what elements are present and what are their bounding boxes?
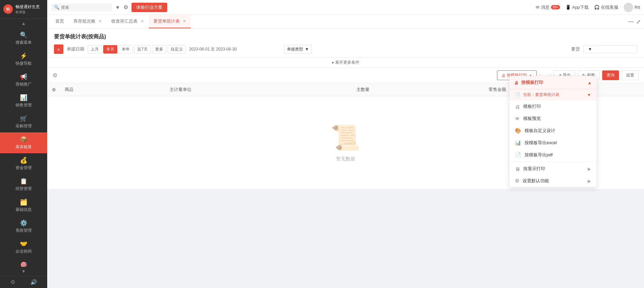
tab-minimize-btn[interactable]: — (628, 19, 634, 25)
sidebar-label-purchase: 采购管理 (16, 123, 32, 129)
sidebar-item-finance[interactable]: 💰 资金管理 (0, 153, 47, 174)
tab-inventory-batch[interactable]: 库存批次账 ✕ (69, 15, 107, 28)
goods-label: 要货 (571, 46, 580, 52)
date-prev-month-btn[interactable]: 上月 (88, 45, 102, 54)
col-unit: 主计量单位 (166, 83, 352, 96)
tab-receipt-summary-close[interactable]: ✕ (141, 19, 144, 24)
col-goods: 商品 (61, 83, 166, 96)
dropdown-item-export-pdf[interactable]: 📄 按模板导出pdf (509, 149, 596, 161)
app-name: 畅捷通好生意 (16, 4, 40, 10)
app-download-icon: 📱 (565, 5, 571, 10)
expand-label: 展开更多条件 (335, 60, 359, 65)
search-input[interactable] (61, 5, 109, 10)
sidebar-item-operation[interactable]: 📋 经营管理 (0, 174, 47, 195)
sidebar-item-guide[interactable]: 🎯 新手引导 (0, 258, 47, 267)
sidebar-item-sales[interactable]: 📊 销售管理 (0, 91, 47, 111)
sidebar-label-marketing: 营销推广 (16, 82, 32, 87)
query-btn[interactable]: 查询 (602, 70, 619, 80)
tab-inventory-batch-close[interactable]: ✕ (98, 19, 102, 24)
display-print-left: 🖥 按显示打印 (515, 166, 545, 172)
tab-order-stats-label: 要货单统计表 (153, 18, 180, 24)
export-pdf-icon: 📄 (515, 152, 521, 158)
expand-more-btn[interactable]: ▾ 展开更多条件 (332, 60, 359, 65)
col-settings-icon[interactable]: ⚙ (52, 87, 56, 92)
search-icon: 🔍 (20, 31, 27, 39)
topbar-user-avatar[interactable]: Rit (624, 3, 640, 12)
dropdown-header[interactable]: 🖨 按模板打印 ▲ (509, 76, 596, 89)
purchase-icon: 🛒 (20, 115, 27, 122)
topbar-gear-icon[interactable]: ⚙ (123, 4, 128, 10)
sidebar-item-quick-nav[interactable]: ⚡ 快捷导航 (0, 49, 47, 70)
sidebar-item-marketing[interactable]: 📢 营销推广 (0, 70, 47, 91)
message-label: 消息 (541, 4, 550, 10)
dropdown-item-template-print[interactable]: 🖨 模板打印 (509, 100, 596, 113)
app-download-label: App下载 (572, 4, 589, 10)
dropdown-collapse-icon[interactable]: ▲ (587, 80, 592, 85)
template-print-label: 模板打印 (523, 103, 541, 109)
page-header: 要货单统计表(按商品) » 单据日期 上月 本月 本年 近7天 更多 自定义 2… (47, 29, 644, 58)
current-template-label[interactable]: 📄 当前：要货单统计表 ▼ (509, 89, 596, 100)
date-year-btn[interactable]: 本年 (119, 45, 133, 54)
goods-select[interactable]: ▼ (583, 45, 637, 53)
col-quantity: 主数量 (352, 83, 485, 96)
system-icon: ⚙️ (20, 219, 27, 227)
sidebar-settings-btn[interactable]: ⚙ (10, 279, 15, 285)
sidebar-item-system[interactable]: ⚙️ 系统管理 (0, 216, 47, 237)
date-current-month-btn[interactable]: 本月 (103, 45, 117, 54)
date-7days-btn[interactable]: 近7天 (134, 45, 151, 54)
tab-inventory-batch-label: 库存批次账 (74, 18, 95, 24)
query-label: 查询 (607, 72, 615, 78)
sidebar-audio-btn[interactable]: 🔊 (30, 279, 37, 285)
sidebar-item-enterprise[interactable]: 🤝 企业协同 (0, 237, 47, 258)
headset-icon: 🎧 (594, 5, 599, 10)
dropdown-item-template-preview[interactable]: 👁 模板预览 (509, 113, 596, 125)
date-range: 2023-06-01 至 2023-06-30 (189, 46, 237, 52)
empty-illustration: 📜 (330, 123, 361, 152)
sidebar-label-operation: 经营管理 (16, 186, 32, 192)
sidebar-item-inventory[interactable]: 📦 库存核算 (0, 132, 47, 153)
tab-order-stats[interactable]: 要货单统计表 ✕ (149, 15, 191, 28)
date-label: 单据日期 (67, 46, 84, 52)
topbar: 🔍 ▼ ⚙ 体验行业方案 ✉ 消息 99+ 📱 App下载 🎧 在线客服 Rit (47, 0, 644, 15)
template-design-icon: 🎨 (515, 128, 521, 134)
date-more-btn[interactable]: 更多 (152, 45, 166, 54)
topbar-online-support[interactable]: 🎧 在线客服 (594, 4, 618, 10)
sidebar-label-finance: 资金管理 (16, 165, 32, 171)
sidebar-scroll-down[interactable]: ▼ (0, 267, 47, 276)
tab-receipt-summary[interactable]: 收发存汇总表 ✕ (107, 15, 149, 28)
main-area: 🔍 ▼ ⚙ 体验行业方案 ✉ 消息 99+ 📱 App下载 🎧 在线客服 Rit (47, 0, 644, 288)
sidebar-label-sales: 销售管理 (16, 102, 32, 108)
message-badge: 99+ (551, 5, 560, 9)
empty-text: 暂无数据 (336, 156, 355, 162)
filter-row: » 单据日期 上月 本月 本年 近7天 更多 自定义 2023-06-01 至 … (54, 44, 637, 57)
sidebar-scroll-up[interactable]: ▲ (0, 19, 47, 28)
tab-fullscreen-btn[interactable]: ⤢ (636, 19, 641, 25)
topbar-search-box: 🔍 (51, 3, 112, 11)
sidebar: 畅 畅捷通好生意 标准版 ▲ 🔍 搜索菜单 ⚡ 快捷导航 📢 营销推广 📊 销售… (0, 0, 47, 288)
dropdown-item-export-excel[interactable]: 📊 按模板导出excel (509, 137, 596, 149)
sidebar-label-enterprise: 企业协同 (16, 249, 32, 254)
type-select[interactable]: 单据类型 ▼ (284, 45, 312, 54)
topbar-message[interactable]: ✉ 消息 99+ (536, 4, 560, 10)
sidebar-item-basic[interactable]: 🗂️ 基础信息 (0, 195, 47, 216)
settings-btn[interactable]: 设置 (622, 70, 639, 80)
tab-home[interactable]: 首页 (51, 15, 69, 28)
table-settings-icon[interactable]: ⚙ (53, 72, 57, 78)
topbar-app-download[interactable]: 📱 App下载 (565, 4, 589, 10)
topbar-dropdown-btn[interactable]: ▼ (115, 5, 120, 10)
dropdown-item-display-print[interactable]: 🖥 按显示打印 ▶ (509, 163, 596, 175)
sidebar-item-search[interactable]: 🔍 搜索菜单 (0, 28, 47, 49)
dropdown-item-template-design[interactable]: 🎨 模板自定义设计 (509, 125, 596, 137)
sidebar-item-purchase[interactable]: 🛒 采购管理 (0, 111, 47, 132)
tab-order-stats-close[interactable]: ✕ (183, 19, 186, 24)
export-excel-icon: 📊 (515, 140, 521, 146)
filter-expand-icon[interactable]: » (54, 44, 63, 54)
date-custom-btn[interactable]: 自定义 (168, 45, 186, 54)
dropdown-item-default-setting[interactable]: ⚙ 设置默认功能 ▶ (509, 175, 596, 187)
logo-icon: 畅 (3, 4, 13, 14)
template-preview-icon: 👁 (515, 116, 520, 122)
sidebar-nav: 🔍 搜索菜单 ⚡ 快捷导航 📢 营销推广 📊 销售管理 🛒 采购管理 📦 库存核… (0, 28, 47, 267)
current-arrow: ▼ (587, 93, 591, 97)
trial-btn[interactable]: 体验行业方案 (131, 3, 167, 12)
dropdown-divider (509, 162, 596, 162)
